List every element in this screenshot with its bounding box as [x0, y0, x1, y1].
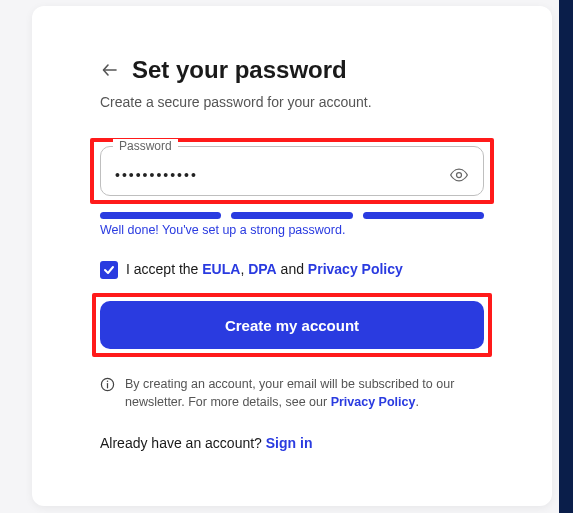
create-button-highlight: Create my account: [92, 293, 492, 357]
page-title: Set your password: [132, 56, 347, 84]
signin-link[interactable]: Sign in: [266, 435, 313, 451]
terms-sep2: and: [277, 261, 308, 277]
newsletter-disclaimer: By creating an account, your email will …: [100, 375, 484, 411]
terms-row: I accept the EULA, DPA and Privacy Polic…: [100, 261, 484, 279]
svg-point-1: [457, 173, 462, 178]
eye-icon[interactable]: [449, 165, 469, 185]
password-strength-meter: [100, 212, 484, 219]
back-arrow-icon[interactable]: [100, 60, 120, 80]
privacy-link[interactable]: Privacy Policy: [308, 261, 403, 277]
disclaimer-privacy-link[interactable]: Privacy Policy: [331, 395, 416, 409]
terms-checkbox[interactable]: [100, 261, 118, 279]
dpa-link[interactable]: DPA: [248, 261, 277, 277]
info-icon: [100, 377, 115, 396]
signin-prompt: Already have an account?: [100, 435, 266, 451]
page-subtitle: Create a secure password for your accoun…: [100, 94, 484, 110]
signup-card: Set your password Create a secure passwo…: [32, 6, 552, 506]
svg-point-4: [107, 381, 109, 383]
terms-pre: I accept the: [126, 261, 202, 277]
password-input[interactable]: [115, 167, 449, 183]
eula-link[interactable]: EULA: [202, 261, 240, 277]
disclaimer-tail: .: [415, 395, 418, 409]
password-label: Password: [113, 139, 178, 153]
decorative-right-band: [559, 0, 573, 513]
password-highlight: Password: [90, 138, 494, 204]
strength-segment: [363, 212, 484, 219]
create-account-button[interactable]: Create my account: [100, 301, 484, 349]
password-field-wrap[interactable]: Password: [100, 146, 484, 196]
password-strength-message: Well done! You've set up a strong passwo…: [100, 223, 484, 237]
strength-segment: [231, 212, 352, 219]
strength-segment: [100, 212, 221, 219]
